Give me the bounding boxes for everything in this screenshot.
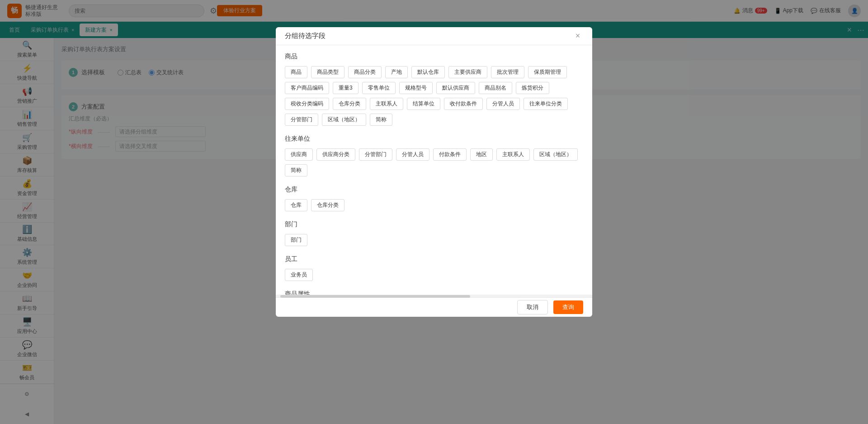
- tag-partner-2[interactable]: 分管部门: [359, 148, 392, 161]
- tag-goods-10[interactable]: 零售单位: [362, 82, 396, 94]
- section-partner-tags: 供应商 供应商分类 分管部门 分管人员 付款条件 地区 主联系人 区域（地区） …: [285, 148, 583, 176]
- modal-title: 分组待选字段: [285, 32, 326, 40]
- tag-warehouse-1[interactable]: 仓库分类: [311, 199, 344, 211]
- tag-partner-6[interactable]: 主联系人: [496, 148, 530, 161]
- tag-employee-0[interactable]: 业务员: [285, 269, 313, 281]
- tag-warehouse-0[interactable]: 仓库: [285, 199, 307, 211]
- section-goods-attr-title: 商品属性: [285, 290, 583, 295]
- section-employee: 员工 业务员: [285, 255, 583, 281]
- section-warehouse-title: 仓库: [285, 186, 583, 194]
- tag-goods-23[interactable]: 区域（地区）: [322, 114, 366, 126]
- tag-partner-3[interactable]: 分管人员: [396, 148, 429, 161]
- tag-goods-24[interactable]: 简称: [370, 114, 392, 126]
- tag-goods-12[interactable]: 默认供应商: [436, 82, 475, 94]
- modal-body[interactable]: 商品 商品 商品类型 商品分类 产地 默认仓库 主要供应商 批次管理 保质期管理…: [276, 45, 592, 295]
- confirm-button[interactable]: 查询: [553, 300, 583, 314]
- section-goods-attr: 商品属性 属性 颜色 多规格 尺码 鞋码 1: [285, 290, 583, 295]
- tag-goods-0[interactable]: 商品: [285, 66, 307, 78]
- tag-goods-4[interactable]: 默认仓库: [411, 66, 445, 78]
- field-select-modal: 分组待选字段 × 商品 商品 商品类型 商品分类 产地 默认仓库 主要供应商 批…: [276, 27, 592, 317]
- section-employee-tags: 业务员: [285, 269, 583, 281]
- section-dept-tags: 部门: [285, 234, 583, 246]
- tag-goods-2[interactable]: 商品分类: [348, 66, 382, 78]
- section-goods-title: 商品: [285, 52, 583, 61]
- tag-goods-5[interactable]: 主要供应商: [448, 66, 487, 78]
- section-dept: 部门 部门: [285, 220, 583, 246]
- tag-goods-15[interactable]: 税收分类编码: [285, 98, 329, 110]
- tag-goods-17[interactable]: 主联系人: [370, 98, 403, 110]
- section-employee-title: 员工: [285, 255, 583, 263]
- tag-partner-5[interactable]: 地区: [470, 148, 493, 161]
- tag-goods-6[interactable]: 批次管理: [491, 66, 524, 78]
- tag-goods-3[interactable]: 产地: [385, 66, 408, 78]
- section-partner-title: 往来单位: [285, 135, 583, 143]
- cancel-button[interactable]: 取消: [517, 300, 548, 314]
- tag-goods-20[interactable]: 分管人员: [486, 98, 520, 110]
- tag-goods-14[interactable]: 炼货积分: [516, 82, 549, 94]
- section-goods: 商品 商品 商品类型 商品分类 产地 默认仓库 主要供应商 批次管理 保质期管理…: [285, 52, 583, 126]
- section-dept-title: 部门: [285, 220, 583, 229]
- tag-dept-0[interactable]: 部门: [285, 234, 307, 246]
- tag-goods-8[interactable]: 客户商品编码: [285, 82, 329, 94]
- tag-goods-9[interactable]: 重量3: [333, 82, 359, 94]
- modal-footer: 取消 查询: [276, 297, 592, 317]
- section-warehouse: 仓库 仓库 仓库分类: [285, 186, 583, 211]
- modal-h-scrollbar[interactable]: [276, 295, 592, 298]
- tag-goods-16[interactable]: 仓库分类: [333, 98, 366, 110]
- modal-close-btn[interactable]: ×: [572, 30, 583, 41]
- tag-goods-7[interactable]: 保质期管理: [528, 66, 567, 78]
- section-warehouse-tags: 仓库 仓库分类: [285, 199, 583, 211]
- tag-goods-13[interactable]: 商品别名: [479, 82, 512, 94]
- tag-goods-19[interactable]: 收付款条件: [444, 98, 483, 110]
- tag-goods-1[interactable]: 商品类型: [311, 66, 344, 78]
- tag-goods-22[interactable]: 分管部门: [285, 114, 318, 126]
- tag-partner-8[interactable]: 简称: [285, 164, 307, 176]
- tag-partner-4[interactable]: 付款条件: [433, 148, 467, 161]
- tag-partner-7[interactable]: 区域（地区）: [533, 148, 578, 161]
- tag-goods-18[interactable]: 结算单位: [407, 98, 440, 110]
- tag-partner-1[interactable]: 供应商分类: [316, 148, 355, 161]
- modal-header: 分组待选字段 ×: [276, 27, 592, 45]
- tag-goods-11[interactable]: 规格型号: [399, 82, 433, 94]
- tag-goods-21[interactable]: 往来单位分类: [524, 98, 568, 110]
- modal-overlay: 分组待选字段 × 商品 商品 商品类型 商品分类 产地 默认仓库 主要供应商 批…: [0, 0, 868, 424]
- h-scrollbar-thumb[interactable]: [280, 295, 470, 298]
- section-partner: 往来单位 供应商 供应商分类 分管部门 分管人员 付款条件 地区 主联系人 区域…: [285, 135, 583, 176]
- tag-partner-0[interactable]: 供应商: [285, 148, 313, 161]
- section-goods-tags: 商品 商品类型 商品分类 产地 默认仓库 主要供应商 批次管理 保质期管理 客户…: [285, 66, 583, 126]
